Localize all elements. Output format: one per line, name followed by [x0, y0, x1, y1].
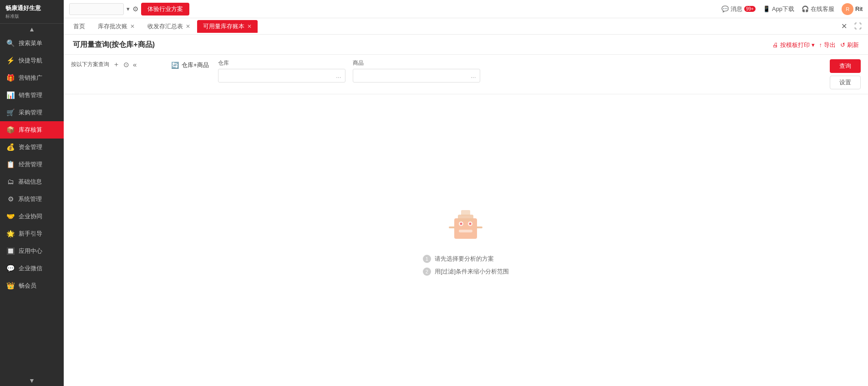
user-name: Rit [855, 5, 863, 12]
sidebar-item-label: 采购管理 [19, 108, 42, 117]
sidebar-item-quick-nav[interactable]: ⚡ 快捷导航 [0, 52, 64, 69]
tabs-actions: ✕ ⛶ [838, 21, 864, 31]
service-label: 在线客服 [811, 5, 834, 13]
product-more-button[interactable]: ... [471, 72, 476, 79]
grid-icon: 🔲 [6, 247, 15, 255]
gift-icon: 🎁 [6, 74, 15, 82]
sidebar-item-wechat[interactable]: 💬 企业微信 [0, 260, 64, 277]
refresh-icon: ↺ [840, 41, 845, 48]
sidebar-item-label: 畅会员 [19, 282, 36, 290]
sidebar-item-search[interactable]: 🔍 搜索菜单 [0, 35, 64, 52]
tab-batch-account-label: 库存批次账 [98, 22, 127, 31]
tab-batch-account[interactable]: 库存批次账 ✕ [92, 20, 141, 33]
sidebar-item-member[interactable]: 👑 畅会员 [0, 277, 64, 294]
page-actions: 🖨 按模板打印 ▾ ↑ 导出 ↺ 刷新 [772, 41, 859, 49]
product-input[interactable] [357, 72, 469, 79]
tab-available-ledger[interactable]: 可用量库存账本 ✕ [197, 20, 258, 33]
warehouse-input[interactable] [222, 72, 334, 79]
sidebar-item-guide[interactable]: 🌟 新手引导 [0, 225, 64, 242]
template-print-button[interactable]: 🖨 按模板打印 ▾ [772, 41, 815, 49]
tab-receipt-summary[interactable]: 收发存汇总表 ✕ [142, 20, 196, 33]
page-header: 可用量查询(按仓库+商品) 🖨 按模板打印 ▾ ↑ 导出 ↺ 刷新 [64, 35, 868, 55]
sidebar-item-system[interactable]: ⚙ 系统管理 [0, 190, 64, 208]
box-icon: 📦 [6, 126, 15, 134]
chart-icon: 📊 [6, 91, 15, 99]
filter-fields: 仓库 ... 商品 ... [218, 59, 824, 82]
scheme-list: 🔄 仓库+商品 [168, 59, 213, 71]
tab-home[interactable]: 首页 [67, 20, 91, 33]
experience-button[interactable]: 体验行业方案 [141, 3, 189, 15]
message-badge: 99+ [744, 6, 756, 12]
scroll-up-btn[interactable]: ▲ [0, 24, 64, 35]
scheme-item-warehouse-product[interactable]: 🔄 仓库+商品 [168, 59, 213, 71]
tip2-number: 2 [423, 268, 431, 276]
export-button[interactable]: ↑ 导出 [819, 41, 836, 49]
sidebar-item-marketing[interactable]: 🎁 营销推广 [0, 69, 64, 87]
tab-batch-close-icon[interactable]: ✕ [130, 23, 135, 30]
scroll-up-icon[interactable]: ▲ [29, 26, 35, 33]
query-button[interactable]: 查询 [830, 59, 861, 73]
sidebar-scroll: 🔍 搜索菜单 ⚡ 快捷导航 🎁 营销推广 📊 销售管理 🛒 采购管理 📦 库存核… [0, 35, 64, 375]
sidebar-item-label: 新手引导 [19, 230, 42, 238]
product-input-wrapper: ... [353, 69, 480, 82]
sidebar-item-operations[interactable]: 📋 经营管理 [0, 156, 64, 173]
expand-button[interactable]: ⛶ [852, 21, 864, 31]
sidebar-item-sales[interactable]: 📊 销售管理 [0, 87, 64, 104]
scheme-collapse-button[interactable]: « [132, 60, 137, 69]
sidebar-item-label: 基础信息 [18, 178, 42, 186]
svg-rect-0 [454, 218, 477, 239]
app-download-button[interactable]: 📱 App下载 [763, 5, 794, 13]
main-area: ▾ ⚙ 体验行业方案 💬 消息 99+ 📱 App下载 🎧 在线客服 R Rit [64, 0, 868, 386]
dropdown-button[interactable]: ▾ [127, 5, 130, 12]
breadcrumb-input[interactable] [69, 3, 124, 15]
tab-home-label: 首页 [73, 22, 85, 31]
settings-icon[interactable]: ⚙ [132, 5, 138, 13]
handshake-icon: 🤝 [6, 212, 15, 221]
sidebar-item-app-center[interactable]: 🔲 应用中心 [0, 242, 64, 260]
sidebar: 畅康通好生意 标准版 ▲ 🔍 搜索菜单 ⚡ 快捷导航 🎁 营销推广 📊 销售管理… [0, 0, 64, 386]
sidebar-item-purchase[interactable]: 🛒 采购管理 [0, 104, 64, 121]
svg-rect-2 [461, 210, 470, 216]
warehouse-field: 仓库 ... [218, 59, 345, 82]
search-icon: 🔍 [6, 39, 15, 47]
scheme-buttons: ＋ ⊙ « [112, 59, 137, 70]
scroll-down-btn[interactable]: ▼ [0, 375, 64, 386]
page-content: 可用量查询(按仓库+商品) 🖨 按模板打印 ▾ ↑ 导出 ↺ 刷新 [64, 35, 868, 386]
phone-icon: 📱 [763, 5, 770, 12]
close-tab-button[interactable]: ✕ [838, 21, 850, 31]
filter-settings-button[interactable]: 设置 [830, 76, 861, 89]
online-service-button[interactable]: 🎧 在线客服 [802, 5, 834, 13]
tab-available-close-icon[interactable]: ✕ [247, 23, 252, 30]
scheme-item-label: 仓库+商品 [182, 61, 209, 69]
scheme-settings-button[interactable]: ⊙ [122, 60, 130, 70]
crown-icon: 👑 [6, 282, 15, 290]
user-avatar: R [842, 3, 853, 15]
sidebar-item-label: 搜索菜单 [19, 39, 42, 47]
scroll-down-icon[interactable]: ▼ [29, 377, 35, 384]
top-header: ▾ ⚙ 体验行业方案 💬 消息 99+ 📱 App下载 🎧 在线客服 R Rit [64, 0, 868, 18]
tab-available-label: 可用量库存账本 [203, 22, 244, 31]
empty-tip-2: 2 用[过滤]条件来缩小分析范围 [423, 268, 509, 276]
template-print-label: 按模板打印 [780, 41, 810, 49]
warehouse-more-button[interactable]: ... [336, 72, 341, 79]
tip1-text: 请先选择要分析的方案 [435, 255, 494, 263]
user-area[interactable]: R Rit [842, 3, 863, 15]
refresh-button[interactable]: ↺ 刷新 [840, 41, 859, 49]
message-label: 消息 [731, 5, 742, 13]
cart-icon: 🛒 [6, 108, 15, 117]
sidebar-item-enterprise[interactable]: 🤝 企业协同 [0, 208, 64, 225]
sidebar-item-inventory[interactable]: 📦 库存核算 [0, 121, 64, 139]
filter-scheme: 按以下方案查询 ＋ ⊙ « [71, 59, 162, 70]
scheme-add-button[interactable]: ＋ [112, 59, 121, 70]
sidebar-item-finance[interactable]: 💰 资金管理 [0, 139, 64, 156]
scheme-label: 按以下方案查询 [71, 61, 109, 68]
tab-receipt-close-icon[interactable]: ✕ [186, 23, 190, 30]
tab-receipt-label: 收发存汇总表 [147, 22, 183, 31]
clipboard-icon: 📋 [6, 160, 15, 169]
export-icon: ↑ [819, 41, 822, 48]
sidebar-badge: 标准版 [5, 13, 58, 20]
folder-icon: 🗂 [6, 178, 15, 185]
empty-illustration: 1 请先选择要分析的方案 2 用[过滤]条件来缩小分析范围 [423, 205, 509, 276]
sidebar-item-basic[interactable]: 🗂 基础信息 [0, 173, 64, 190]
message-button[interactable]: 💬 消息 99+ [721, 5, 756, 13]
